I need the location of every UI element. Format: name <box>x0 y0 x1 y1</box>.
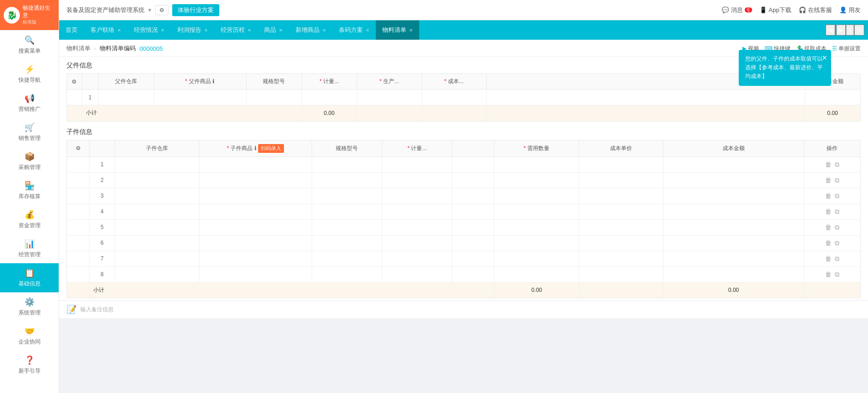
child-row6-qty[interactable] <box>494 235 579 251</box>
delete-icon[interactable]: 🗑 <box>825 192 832 200</box>
child-row3-qty[interactable] <box>494 188 579 204</box>
tab-barcode-close-icon[interactable]: ✕ <box>366 28 369 33</box>
delete-icon[interactable]: 🗑 <box>825 208 832 215</box>
child-row2-warehouse[interactable] <box>115 172 199 188</box>
child-row8-spec[interactable] <box>312 266 382 282</box>
sidebar-item-sales[interactable]: 🛒 销售管理 <box>0 118 59 147</box>
tab-home[interactable]: 首页 <box>59 20 84 40</box>
sidebar-item-quick-nav[interactable]: ⚡ 快捷导航 <box>0 60 59 89</box>
child-row3-spec[interactable] <box>312 188 382 204</box>
sidebar-item-marketing[interactable]: 📢 营销推广 <box>0 89 59 118</box>
child-row1-spec[interactable] <box>312 157 382 172</box>
tab-customer[interactable]: 客户联络 ✕ <box>84 20 127 40</box>
child-row1-qty[interactable] <box>494 157 579 172</box>
tab-customer-close-icon[interactable]: ✕ <box>117 28 121 33</box>
experience-button[interactable]: 体验行业方案 <box>172 4 219 16</box>
child-row4-spec[interactable] <box>312 204 382 219</box>
sidebar-item-search[interactable]: 🔍 搜索菜单 <box>0 30 59 60</box>
tab-history-close-icon[interactable]: ✕ <box>247 28 251 33</box>
copy-icon[interactable]: ⧉ <box>835 255 839 262</box>
copy-icon[interactable]: ⧉ <box>835 208 839 215</box>
sidebar-item-enterprise[interactable]: 🤝 企业协同 <box>0 321 59 351</box>
child-row5-unit-cost[interactable] <box>579 219 663 235</box>
online-service-button[interactable]: 🎧 在线客服 <box>799 6 832 14</box>
child-row1-warehouse[interactable] <box>115 157 199 172</box>
child-row8-qty[interactable] <box>494 266 579 282</box>
child-row4-warehouse[interactable] <box>115 204 199 219</box>
child-row2-qty[interactable] <box>494 172 579 188</box>
tab-goods[interactable]: 商品 ✕ <box>258 20 289 40</box>
child-row6-spec[interactable] <box>312 235 382 251</box>
tab-profit-close-icon[interactable]: ✕ <box>204 28 208 33</box>
sidebar-item-operations[interactable]: 📊 经营管理 <box>0 234 59 263</box>
sidebar-item-finance[interactable]: 💰 资金管理 <box>0 205 59 234</box>
app-download-button[interactable]: 📱 App下载 <box>760 6 791 14</box>
doc-settings-action[interactable]: ☰ 单据设置 <box>832 45 861 53</box>
tab-new-goods[interactable]: 新增商品 ✕ <box>289 20 332 40</box>
child-row7-unit-cost[interactable] <box>579 251 663 266</box>
tab-new-goods-close-icon[interactable]: ✕ <box>322 28 326 33</box>
child-row4-product[interactable] <box>199 204 312 219</box>
copy-icon[interactable]: ⧉ <box>835 161 839 168</box>
tab-profit[interactable]: 利润报告 ✕ <box>171 20 214 40</box>
parent-row1-warehouse[interactable] <box>98 90 154 105</box>
parent-row1-cost[interactable] <box>422 90 486 105</box>
child-row4-qty[interactable] <box>494 204 579 219</box>
sidebar-item-purchase[interactable]: 📦 采购管理 <box>0 147 59 176</box>
child-row3-unit[interactable] <box>382 188 452 204</box>
tab-next-button[interactable]: ▶ <box>836 24 846 36</box>
child-row4-unit[interactable] <box>382 204 452 219</box>
delete-icon[interactable]: 🗑 <box>825 271 832 278</box>
child-row8-unit-cost[interactable] <box>579 266 663 282</box>
user-button[interactable]: 👤 用友 <box>839 6 861 14</box>
copy-icon[interactable]: ⧉ <box>835 176 839 184</box>
child-row6-warehouse[interactable] <box>115 235 199 251</box>
child-row1-unit[interactable] <box>382 157 452 172</box>
child-row2-unit-cost[interactable] <box>579 172 663 188</box>
child-row5-unit[interactable] <box>382 219 452 235</box>
scan-button[interactable]: 扫码录入 <box>258 144 284 153</box>
child-row2-unit[interactable] <box>382 172 452 188</box>
tab-prev-button[interactable]: ◀ <box>826 24 835 36</box>
tab-operations[interactable]: 经营情况 ✕ <box>127 20 171 40</box>
tab-operations-close-icon[interactable]: ✕ <box>161 28 164 33</box>
delete-icon[interactable]: 🗑 <box>825 161 832 168</box>
child-row3-product[interactable] <box>199 188 312 204</box>
delete-icon[interactable]: 🗑 <box>825 255 832 262</box>
child-row5-product[interactable] <box>199 219 312 235</box>
child-row1-unit-cost[interactable] <box>579 157 663 172</box>
copy-icon[interactable]: ⧉ <box>835 192 839 200</box>
child-row4-unit-cost[interactable] <box>579 204 663 219</box>
message-button[interactable]: 💬 消息 6 <box>722 6 752 14</box>
settings-button[interactable]: ⚙ <box>155 5 169 15</box>
child-row5-qty[interactable] <box>494 219 579 235</box>
child-row2-product[interactable] <box>199 172 312 188</box>
delete-icon[interactable]: 🗑 <box>825 176 832 184</box>
child-row6-unit[interactable] <box>382 235 452 251</box>
tab-barcode[interactable]: 条码方案 ✕ <box>332 20 376 40</box>
tab-bom[interactable]: 物料清单 ✕ <box>376 20 419 40</box>
child-row2-spec[interactable] <box>312 172 382 188</box>
sidebar-item-inventory[interactable]: 🏪 库存核算 <box>0 176 59 205</box>
child-row7-qty[interactable] <box>494 251 579 266</box>
child-row6-unit-cost[interactable] <box>579 235 663 251</box>
child-row8-warehouse[interactable] <box>115 266 199 282</box>
delete-icon[interactable]: 🗑 <box>825 239 832 247</box>
child-row6-product[interactable] <box>199 235 312 251</box>
tab-history[interactable]: 经营历程 ✕ <box>214 20 258 40</box>
child-row5-warehouse[interactable] <box>115 219 199 235</box>
child-row7-unit[interactable] <box>382 251 452 266</box>
parent-col-settings[interactable]: ⚙ <box>67 74 82 90</box>
child-row7-spec[interactable] <box>312 251 382 266</box>
breadcrumb-bom[interactable]: 物料清单 <box>66 44 90 53</box>
parent-row1-unit[interactable] <box>301 90 357 105</box>
sidebar-item-guide[interactable]: ❓ 新手引导 <box>0 351 59 380</box>
sidebar-item-system[interactable]: ⚙️ 系统管理 <box>0 292 59 321</box>
child-row8-product[interactable] <box>199 266 312 282</box>
copy-icon[interactable]: ⧉ <box>835 224 839 231</box>
child-row8-unit[interactable] <box>382 266 452 282</box>
tab-bom-close-icon[interactable]: ✕ <box>409 28 413 33</box>
child-row1-product[interactable] <box>199 157 312 172</box>
sidebar-item-basic[interactable]: 📋 基础信息 <box>0 263 59 292</box>
child-row7-product[interactable] <box>199 251 312 266</box>
